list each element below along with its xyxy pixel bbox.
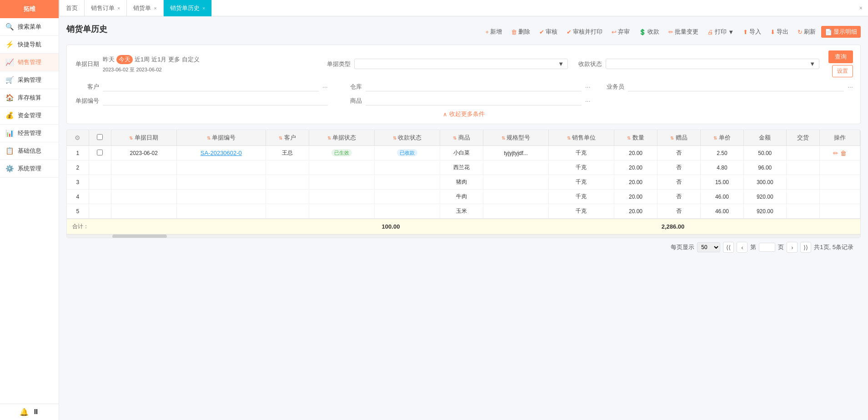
cell-quantity-3: 20.00 <box>614 190 657 204</box>
col-gift[interactable]: ⇅ 赠品 <box>657 130 700 146</box>
select-all-checkbox[interactable] <box>97 134 103 140</box>
delete-action-0[interactable]: 🗑 <box>840 150 847 157</box>
col-doc-status[interactable]: ⇅ 单据状态 <box>309 130 374 146</box>
col-customer[interactable]: ⇅ 客户 <box>266 130 309 146</box>
notification-icon[interactable]: 🔔 <box>20 408 29 416</box>
pause-icon[interactable]: ⏸ <box>32 408 40 416</box>
cell-gift-2: 否 <box>657 175 700 190</box>
shortcut-yesterday[interactable]: 昨天 <box>103 55 115 64</box>
sidebar-item-search-menu[interactable]: 🔍 搜索菜单 <box>0 18 59 36</box>
export-button[interactable]: ⬇ 导出 <box>767 26 792 38</box>
cell-checkbox-0 <box>89 146 111 160</box>
table-row: 1 2023-06-02 SA-20230602-0 王总 已生效 已收款 小白… <box>67 146 860 160</box>
close-all-tabs[interactable]: × <box>853 5 868 11</box>
col-doc-date[interactable]: ⇅ 单据日期 <box>111 130 176 146</box>
sort-gift-icon: ⇅ <box>670 135 674 140</box>
customer-input[interactable] <box>103 82 319 91</box>
next-page-button[interactable]: › <box>787 242 798 253</box>
edit-action-0[interactable]: ✏ <box>833 150 838 157</box>
col-doc-status-label: 单据状态 <box>332 134 356 141</box>
sidebar-item-shortcut-nav[interactable]: ⚡ 快捷导航 <box>0 36 59 54</box>
import-button[interactable]: ⬆ 导入 <box>739 26 765 38</box>
tab-sales-goods-close[interactable]: × <box>154 5 156 11</box>
col-doc-number-label: 单据编号 <box>212 134 236 141</box>
prev-page-button[interactable]: ‹ <box>737 242 748 253</box>
doc-number-link-0[interactable]: SA-20230602-0 <box>201 150 242 156</box>
new-button[interactable]: + 新增 <box>482 26 506 38</box>
cell-goods-1: 西兰花 <box>440 160 483 175</box>
horizontal-scrollbar[interactable] <box>67 234 860 238</box>
cell-goods-2: 猪肉 <box>440 175 483 190</box>
sidebar-item-sales-manage[interactable]: 📈 销售管理 <box>0 54 59 71</box>
per-page-select[interactable]: 50 100 200 <box>697 242 720 252</box>
settings-button[interactable]: 设置 <box>832 65 853 77</box>
salesperson-ellipsis[interactable]: ··· <box>848 83 853 90</box>
sidebar-item-label: 资金管理 <box>18 111 41 120</box>
col-spec[interactable]: ⇅ 规格型号 <box>483 130 548 146</box>
show-detail-button[interactable]: 📄 显示明细 <box>821 26 861 38</box>
goods-input[interactable] <box>366 96 582 105</box>
shortcut-more[interactable]: 更多 <box>168 55 180 64</box>
current-page-input[interactable]: 1 <box>759 243 775 252</box>
audit-button[interactable]: ✔ 审核 <box>536 26 561 38</box>
warehouse-input[interactable] <box>366 82 582 91</box>
col-sales-unit[interactable]: ⇅ 销售单位 <box>548 130 614 146</box>
abandon-button[interactable]: ↩ 弃审 <box>608 26 633 38</box>
table-settings-icon[interactable]: ⚙ <box>75 134 80 141</box>
shortcut-last7days[interactable]: 近1周 <box>135 55 150 64</box>
doc-number-input[interactable] <box>103 96 328 105</box>
scroll-thumb[interactable] <box>112 235 167 238</box>
tab-sales-history-close[interactable]: × <box>202 5 205 11</box>
salesperson-input[interactable] <box>628 82 844 91</box>
cell-quantity-2: 20.00 <box>614 175 657 190</box>
col-quantity[interactable]: ⇅ 数量 <box>614 130 657 146</box>
new-label: 新增 <box>490 28 502 36</box>
row-checkbox-0[interactable] <box>97 150 103 155</box>
tab-sales-order-close[interactable]: × <box>117 5 120 11</box>
sidebar-item-basic-info[interactable]: 📋 基础信息 <box>0 142 59 160</box>
page-title: 销货单历史 <box>66 24 107 35</box>
col-settings[interactable]: ⚙ <box>67 130 89 146</box>
batch-change-button[interactable]: ✏ 批量变更 <box>665 26 702 38</box>
col-transaction[interactable]: 交货 <box>786 130 820 146</box>
customer-ellipsis[interactable]: ··· <box>322 83 328 90</box>
sidebar-item-system-manage[interactable]: ⚙️ 系统管理 <box>0 160 59 178</box>
sidebar-item-ops-manage[interactable]: 📊 经营管理 <box>0 125 59 142</box>
query-button[interactable]: 查询 <box>828 50 853 63</box>
warehouse-ellipsis[interactable]: ··· <box>585 83 591 90</box>
collect-button[interactable]: 💲 收款 <box>635 26 663 38</box>
cell-unit-price-2: 15.00 <box>700 175 743 190</box>
payment-status-dropdown[interactable]: ▼ <box>606 59 819 69</box>
sidebar-item-inventory-calc[interactable]: 🏠 库存核算 <box>0 89 59 107</box>
cell-transaction-2 <box>786 175 820 190</box>
data-table-container: ⚙ ⇅ 单据日期 ⇅ 单据编号 ⇅ 客户 ⇅ 单据状态 ⇅ 收款状态 ⇅ 商品 … <box>66 130 861 238</box>
first-page-button[interactable]: ⟨⟨ <box>723 242 734 253</box>
col-doc-number[interactable]: ⇅ 单据编号 <box>176 130 266 146</box>
goods-ellipsis[interactable]: ··· <box>585 97 591 105</box>
col-payment-status[interactable]: ⇅ 收款状态 <box>374 130 440 146</box>
shortcut-today[interactable]: 今天 <box>116 55 133 64</box>
shortcut-custom[interactable]: 自定义 <box>182 55 200 64</box>
sidebar-item-purchase-manage[interactable]: 🛒 采购管理 <box>0 71 59 89</box>
tab-sales-goods[interactable]: 销货单 × <box>127 0 163 16</box>
col-goods[interactable]: ⇅ 商品 <box>440 130 483 146</box>
delete-button[interactable]: 🗑 删除 <box>507 26 534 38</box>
audit-print-button[interactable]: ✔ 审核并打印 <box>563 26 606 38</box>
print-button[interactable]: 🖨 打印 ▼ <box>704 26 738 38</box>
refresh-button[interactable]: ↻ 刷新 <box>794 26 819 38</box>
shortcut-last1month[interactable]: 近1月 <box>151 55 166 64</box>
col-amount[interactable]: 金额 <box>743 130 786 146</box>
tab-home[interactable]: 首页 <box>59 0 85 16</box>
filter-payment-status-field: 收款状态 ▼ <box>577 59 819 69</box>
cell-doc-number-0[interactable]: SA-20230602-0 <box>176 146 266 160</box>
col-unit-price[interactable]: ⇅ 单价 <box>700 130 743 146</box>
last-page-button[interactable]: ⟩⟩ <box>800 242 811 253</box>
collapse-button[interactable]: ∧ 收起更多条件 <box>74 110 853 118</box>
table-footer: 合计： 100.00 2,286.00 <box>67 219 860 234</box>
sidebar-item-label: 库存核算 <box>18 94 41 102</box>
tab-sales-order[interactable]: 销售订单 × <box>85 0 127 16</box>
sidebar-item-finance-manage[interactable]: 💰 资金管理 <box>0 107 59 125</box>
tab-sales-history[interactable]: 销货单历史 × <box>164 0 212 16</box>
sort-doc-status-icon: ⇅ <box>327 135 331 140</box>
doc-type-dropdown[interactable]: ▼ <box>354 59 568 69</box>
